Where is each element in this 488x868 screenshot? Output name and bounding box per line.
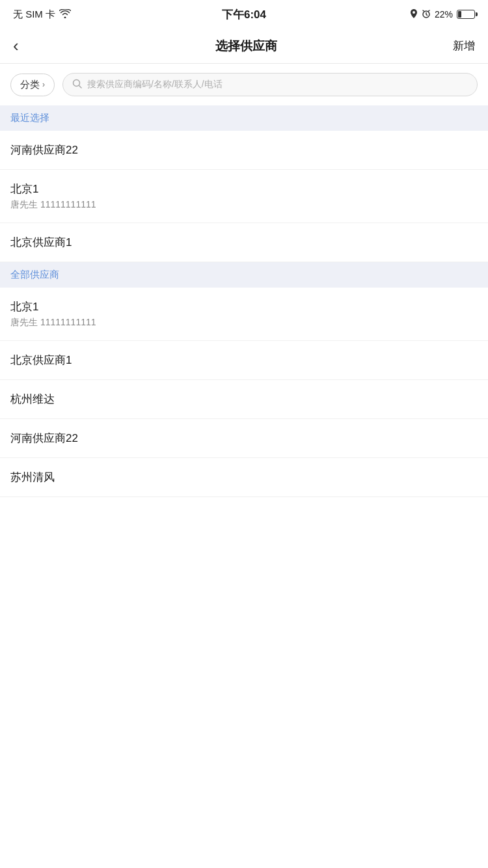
all-section-header: 全部供应商 xyxy=(0,262,488,288)
recent-section-label: 最近选择 xyxy=(10,112,49,123)
all-items-list: 北京1 唐先生 11111111111 北京供应商1 杭州维达 河南供应商22 … xyxy=(0,288,488,497)
all-item-3[interactable]: 河南供应商22 xyxy=(0,419,488,458)
page-title: 选择供应商 xyxy=(215,38,277,55)
search-icon xyxy=(72,79,82,90)
nav-bar: ‹ 选择供应商 新增 xyxy=(0,29,488,64)
filter-bar: 分类 › 搜索供应商编码/名称/联系人/电话 xyxy=(0,64,488,105)
battery-icon xyxy=(457,10,475,19)
add-button[interactable]: 新增 xyxy=(453,38,475,53)
search-placeholder-text: 搜索供应商编码/名称/联系人/电话 xyxy=(87,79,223,90)
no-sim-text: 无 SIM 卡 xyxy=(13,8,55,21)
search-box[interactable]: 搜索供应商编码/名称/联系人/电话 xyxy=(62,73,478,96)
all-item-name-1: 北京供应商1 xyxy=(10,353,478,368)
recent-item-1[interactable]: 北京1 唐先生 11111111111 xyxy=(0,170,488,223)
all-item-4[interactable]: 苏州清风 xyxy=(0,458,488,497)
status-bar: 无 SIM 卡 下午6:04 22% xyxy=(0,0,488,29)
alarm-icon xyxy=(422,9,431,20)
recent-items-list: 河南供应商22 北京1 唐先生 11111111111 北京供应商1 xyxy=(0,131,488,262)
status-left: 无 SIM 卡 xyxy=(13,8,71,21)
all-section-label: 全部供应商 xyxy=(10,269,59,280)
battery-percent: 22% xyxy=(435,9,453,20)
all-item-name-4: 苏州清风 xyxy=(10,470,478,485)
all-item-sub-0: 唐先生 11111111111 xyxy=(10,317,478,329)
all-item-0[interactable]: 北京1 唐先生 11111111111 xyxy=(0,288,488,341)
chevron-right-icon: › xyxy=(42,80,45,89)
recent-item-sub-1: 唐先生 11111111111 xyxy=(10,199,478,211)
status-time: 下午6:04 xyxy=(222,7,266,22)
back-button[interactable]: ‹ xyxy=(13,36,39,56)
category-label: 分类 xyxy=(20,79,40,91)
category-filter-button[interactable]: 分类 › xyxy=(10,74,55,96)
recent-item-name-2: 北京供应商1 xyxy=(10,235,478,250)
wifi-icon xyxy=(59,9,71,20)
recent-section-header: 最近选择 xyxy=(0,105,488,131)
status-right: 22% xyxy=(410,9,475,20)
location-icon xyxy=(410,9,418,20)
recent-item-0[interactable]: 河南供应商22 xyxy=(0,131,488,170)
recent-item-name-0: 河南供应商22 xyxy=(10,142,478,157)
recent-item-2[interactable]: 北京供应商1 xyxy=(0,223,488,262)
recent-item-name-1: 北京1 xyxy=(10,182,478,197)
all-item-name-3: 河南供应商22 xyxy=(10,431,478,446)
all-item-name-2: 杭州维达 xyxy=(10,392,478,407)
all-item-1[interactable]: 北京供应商1 xyxy=(0,341,488,380)
all-item-2[interactable]: 杭州维达 xyxy=(0,380,488,419)
all-item-name-0: 北京1 xyxy=(10,299,478,314)
